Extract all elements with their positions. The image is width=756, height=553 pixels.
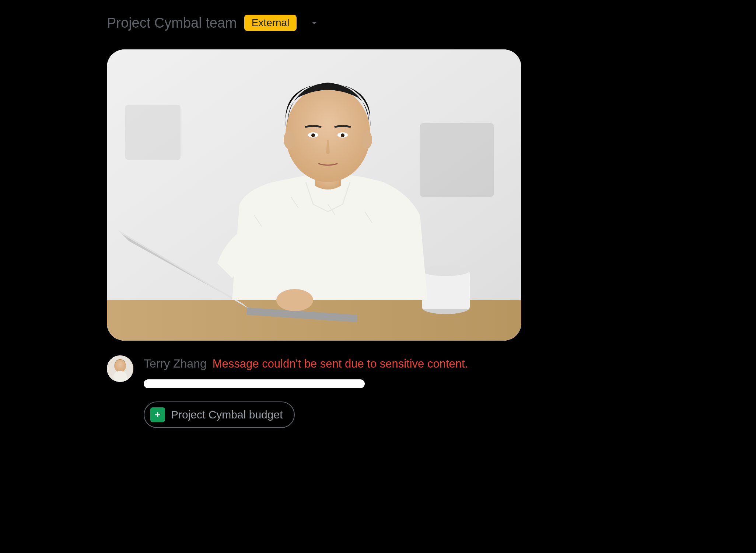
svg-point-6 bbox=[422, 265, 470, 276]
svg-rect-2 bbox=[125, 105, 181, 160]
message-row: Terry Zhang Message couldn't be sent due… bbox=[107, 355, 549, 428]
svg-rect-5 bbox=[422, 271, 470, 309]
attachment-name: Project Cymbal budget bbox=[171, 408, 283, 421]
svg-point-8 bbox=[284, 131, 295, 149]
svg-point-7 bbox=[286, 86, 370, 182]
svg-point-9 bbox=[361, 131, 372, 149]
hero-photo bbox=[107, 49, 521, 341]
message-text-placeholder bbox=[144, 379, 365, 388]
chat-header: Project Cymbal team External bbox=[107, 15, 549, 31]
message-header: Terry Zhang Message couldn't be sent due… bbox=[144, 357, 549, 371]
svg-point-12 bbox=[311, 133, 315, 137]
svg-point-13 bbox=[341, 133, 344, 137]
svg-rect-1 bbox=[420, 123, 494, 197]
error-message: Message couldn't be sent due to sensitiv… bbox=[213, 357, 468, 371]
chat-title: Project Cymbal team bbox=[107, 15, 237, 31]
svg-point-14 bbox=[276, 289, 313, 311]
sender-avatar[interactable] bbox=[107, 355, 133, 382]
external-badge: External bbox=[244, 15, 297, 31]
svg-point-16 bbox=[114, 359, 126, 372]
sender-name: Terry Zhang bbox=[144, 357, 207, 371]
attachment-chip[interactable]: Project Cymbal budget bbox=[144, 401, 295, 428]
sheets-icon bbox=[150, 407, 165, 422]
chevron-down-icon[interactable] bbox=[308, 17, 320, 29]
